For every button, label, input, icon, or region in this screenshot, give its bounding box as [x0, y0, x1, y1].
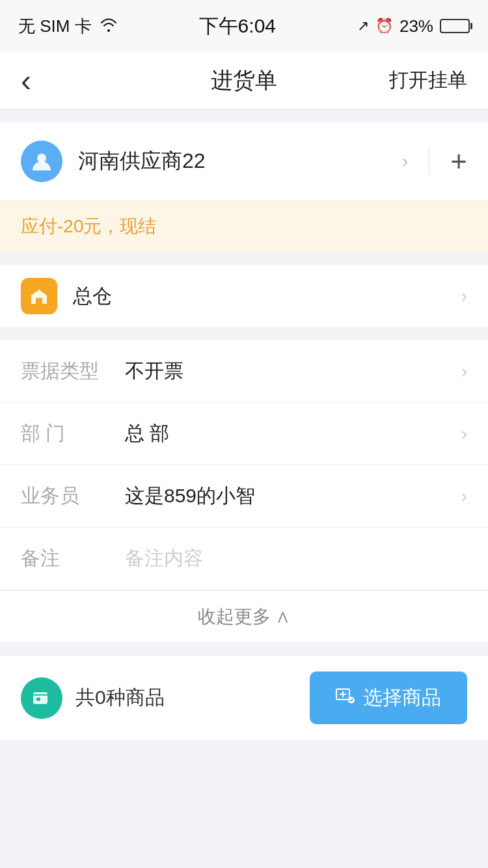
status-left: 无 SIM 卡	[18, 15, 118, 38]
warehouse-chevron-icon: ›	[461, 286, 467, 306]
product-count-label: 共0种商品	[75, 685, 165, 711]
section-gap-2	[0, 252, 488, 265]
svg-point-0	[37, 154, 46, 163]
product-cart-icon	[21, 677, 62, 719]
collapse-label: 收起更多 ∧	[198, 604, 291, 629]
form-card: 票据类型 不开票 › 部 门 总 部 › 业务员 这是859的小智 › 备注 备…	[0, 340, 488, 642]
supplier-card: 河南供应商22 › + 应付-20元，现结	[0, 122, 488, 252]
department-label: 部 门	[21, 420, 125, 447]
warehouse-row[interactable]: 总仓 ›	[0, 265, 488, 327]
select-product-button[interactable]: 选择商品	[310, 671, 467, 724]
notice-bar: 应付-20元，现结	[0, 201, 488, 252]
status-time: 下午6:04	[199, 13, 276, 40]
invoice-type-label: 票据类型	[21, 358, 125, 385]
supplier-chevron-icon: ›	[402, 151, 408, 172]
warehouse-card: 总仓 ›	[0, 265, 488, 327]
select-product-icon	[336, 687, 355, 709]
section-gap-1	[0, 109, 488, 122]
section-gap-4	[0, 642, 488, 655]
salesperson-row[interactable]: 业务员 这是859的小智 ›	[0, 465, 488, 528]
notice-text: 应付-20元，现结	[21, 216, 156, 236]
supplier-divider	[429, 148, 429, 174]
carrier-label: 无 SIM 卡	[18, 15, 92, 38]
supplier-avatar	[21, 141, 62, 182]
salesperson-chevron-icon: ›	[461, 486, 467, 507]
department-value: 总 部	[125, 420, 456, 447]
collapse-row[interactable]: 收起更多 ∧	[0, 590, 488, 642]
svg-rect-1	[36, 298, 42, 304]
nav-bar: ‹ 进货单 打开挂单	[0, 52, 488, 109]
svg-rect-3	[36, 698, 40, 701]
status-right: ↗ ⏰ 23%	[357, 16, 470, 36]
invoice-type-row[interactable]: 票据类型 不开票 ›	[0, 340, 488, 403]
open-pending-button[interactable]: 打开挂单	[389, 67, 467, 94]
battery-icon	[440, 19, 470, 33]
supplier-row[interactable]: 河南供应商22 › +	[0, 122, 488, 201]
warehouse-name: 总仓	[73, 283, 456, 310]
salesperson-label: 业务员	[21, 483, 125, 509]
bottom-bar: 共0种商品 选择商品	[0, 655, 488, 740]
warehouse-icon	[21, 278, 57, 314]
remark-label: 备注	[21, 545, 125, 572]
remark-row[interactable]: 备注 备注内容	[0, 528, 488, 590]
wifi-icon	[100, 16, 118, 36]
department-chevron-icon: ›	[461, 424, 467, 444]
supplier-name: 河南供应商22	[78, 147, 402, 176]
select-product-label: 选择商品	[363, 685, 441, 711]
add-supplier-button[interactable]: +	[450, 147, 467, 176]
invoice-type-value: 不开票	[125, 358, 456, 385]
status-bar: 无 SIM 卡 下午6:04 ↗ ⏰ 23%	[0, 0, 488, 52]
section-gap-3	[0, 327, 488, 340]
remark-value[interactable]: 备注内容	[125, 545, 467, 572]
page-background	[0, 740, 488, 868]
page-title: 进货单	[211, 66, 277, 96]
location-icon: ↗	[357, 18, 369, 34]
invoice-type-chevron-icon: ›	[461, 361, 467, 382]
department-row[interactable]: 部 门 总 部 ›	[0, 403, 488, 465]
battery-pct: 23%	[400, 16, 433, 36]
alarm-icon: ⏰	[375, 18, 393, 34]
salesperson-value: 这是859的小智	[125, 483, 456, 509]
back-button[interactable]: ‹	[21, 62, 60, 98]
